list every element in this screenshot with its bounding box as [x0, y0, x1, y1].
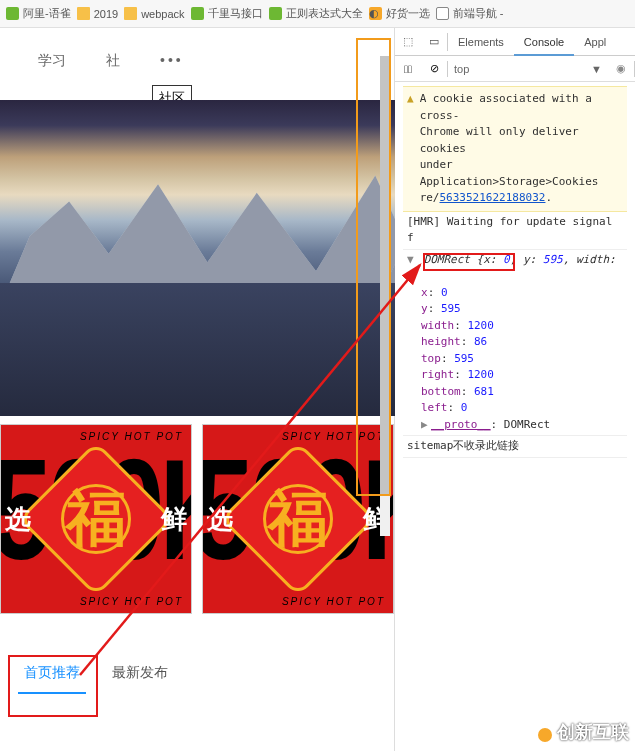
- nav-community[interactable]: 社: [106, 52, 120, 70]
- console-log-sitemap[interactable]: sitemap不收录此链接: [403, 436, 627, 458]
- bookmark-2019[interactable]: 2019: [77, 7, 118, 20]
- bookmark-regex[interactable]: 正则表达式大全: [269, 6, 363, 21]
- clear-console-icon[interactable]: ⊘: [421, 62, 447, 75]
- console-log-domrect[interactable]: ▼ DOMRect {x: 0, y: 595, width: 1 x: 0 y…: [403, 250, 627, 437]
- expand-icon[interactable]: ▼: [407, 252, 417, 269]
- bookmark-frontend-nav[interactable]: 前端导航 -: [436, 6, 504, 21]
- scrollbar-thumb[interactable]: [380, 56, 390, 496]
- folder-icon: [77, 7, 90, 20]
- page-nav: 学习 社 •••: [0, 28, 394, 90]
- expand-icon[interactable]: ▶: [421, 417, 431, 434]
- favicon-icon: ◐: [369, 7, 382, 20]
- console-filter-bar: ▸⃞ ⊘ top ▼ ◉: [395, 56, 635, 82]
- logo-icon: [527, 719, 553, 745]
- bookmark-webpack[interactable]: webpack: [124, 7, 184, 20]
- bookmarks-bar: 阿里-语雀 2019 webpack 千里马接口 正则表达式大全 ◐好货一选 前…: [0, 0, 635, 28]
- card-side-left: 选: [207, 502, 233, 537]
- watermark-logo: 创新互联: [527, 719, 629, 745]
- card-side-left: 选: [5, 502, 31, 537]
- favicon-icon: [6, 7, 19, 20]
- live-expression-icon[interactable]: ◉: [608, 62, 634, 75]
- bookmark-ali-yuque[interactable]: 阿里-语雀: [6, 6, 71, 21]
- tab-latest[interactable]: 最新发布: [106, 654, 174, 694]
- favicon-icon: [269, 7, 282, 20]
- bookmark-qianlima[interactable]: 千里马接口: [191, 6, 263, 21]
- card-bottom-label: SPICY HOT POT: [282, 596, 385, 607]
- tab-application[interactable]: Appl: [574, 28, 616, 56]
- card-hotpot-1[interactable]: SPICY HOT POT 500K 福 选 鲜 SPICY HOT POT: [0, 424, 192, 614]
- folder-icon: [124, 7, 137, 20]
- context-selector[interactable]: top: [448, 63, 585, 75]
- favicon-icon: [191, 7, 204, 20]
- chevron-down-icon[interactable]: ▼: [585, 63, 608, 75]
- warning-link[interactable]: 5633521622188032: [440, 191, 546, 204]
- card-row: SPICY HOT POT 500K 福 选 鲜 SPICY HOT POT S…: [0, 416, 394, 614]
- logo-text: 创新互联: [557, 720, 629, 744]
- page-tabs: 首页推荐 最新发布: [0, 614, 394, 694]
- inspect-icon[interactable]: ⬚: [395, 35, 421, 48]
- console-warning[interactable]: ▲ A cookie associated with a cross- Chro…: [403, 86, 627, 212]
- warning-text: A cookie associated with a cross-: [420, 92, 592, 122]
- card-side-right: 鲜: [161, 502, 187, 537]
- card-hotpot-2[interactable]: SPICY HOT POT 500K 福 选 鲜 SPICY HOT POT: [202, 424, 394, 614]
- favicon-icon: [436, 7, 449, 20]
- tab-home-recommend[interactable]: 首页推荐: [18, 654, 86, 694]
- tab-elements[interactable]: Elements: [448, 28, 514, 56]
- tab-console[interactable]: Console: [514, 28, 574, 56]
- scrollbar-track[interactable]: [380, 56, 390, 536]
- console-log-hmr[interactable]: [HMR] Waiting for update signal f: [403, 212, 627, 250]
- warning-text-3: under Application>Storage>Cookies: [420, 158, 599, 188]
- card-bottom-label: SPICY HOT POT: [80, 596, 183, 607]
- page-viewport: 学习 社 ••• 社区 SPICY HOT POT 500K 福 选: [0, 28, 395, 751]
- warning-text-2: Chrome will only deliver cookies: [420, 125, 579, 155]
- hero-image[interactable]: [0, 100, 395, 416]
- console-output: ▲ A cookie associated with a cross- Chro…: [395, 82, 635, 462]
- device-toggle-icon[interactable]: ▭: [421, 35, 447, 48]
- console-play-icon[interactable]: ▸⃞: [395, 63, 421, 75]
- nav-more-icon[interactable]: •••: [160, 52, 184, 70]
- warning-icon: ▲: [407, 91, 414, 207]
- warning-link-pre: re/: [420, 191, 440, 204]
- devtools-panel: ⬚ ▭ Elements Console Appl ▸⃞ ⊘ top ▼ ◉ ▲…: [395, 28, 635, 751]
- bookmark-haohuo[interactable]: ◐好货一选: [369, 6, 430, 21]
- nav-study[interactable]: 学习: [38, 52, 66, 70]
- devtools-tabs: ⬚ ▭ Elements Console Appl: [395, 28, 635, 56]
